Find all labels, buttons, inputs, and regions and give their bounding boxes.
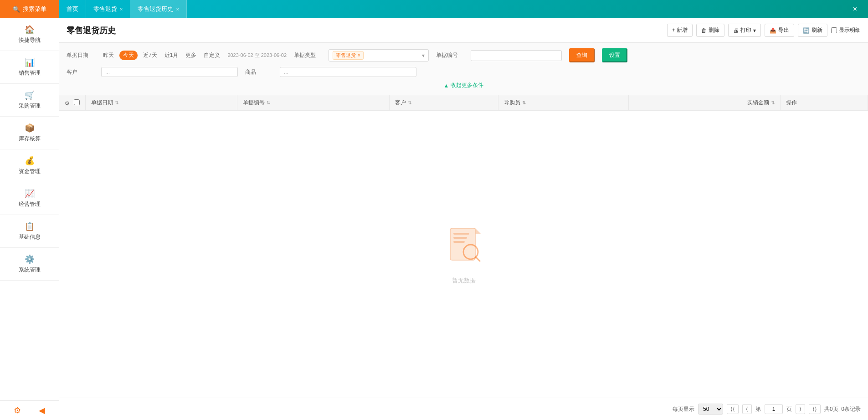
search-icon: 🔍	[13, 6, 20, 13]
setting-button[interactable]: 设置	[602, 48, 627, 62]
date-option-today[interactable]: 今天	[119, 51, 138, 60]
svg-line-6	[476, 257, 480, 261]
doc-type-tag-close[interactable]: ×	[358, 53, 360, 58]
print-label: 打印	[740, 26, 751, 34]
filter-area: 单据日期 昨天 今天 近7天 近1月 更多 自定义 2023-06-02 至 2…	[59, 43, 868, 95]
per-page-select[interactable]: 20 50 100	[698, 404, 723, 415]
refresh-icon: 🔄	[803, 27, 810, 34]
th-doc-number[interactable]: 单据编号 ⇅	[237, 95, 389, 111]
svg-marker-7	[475, 228, 481, 234]
tab-retail-return[interactable]: 零售退货 ×	[86, 0, 130, 18]
first-page-button[interactable]: ⟨⟨	[727, 404, 739, 414]
sales-icon: 📊	[25, 57, 35, 67]
refresh-button[interactable]: 🔄 刷新	[798, 24, 827, 37]
search-menu-bar[interactable]: 🔍 搜索菜单	[0, 0, 59, 18]
sidebar-item-finance[interactable]: 💰 资金管理	[0, 149, 59, 182]
show-detail-label: 显示明细	[839, 26, 861, 34]
tab-retail-return-close[interactable]: ×	[120, 6, 123, 12]
doc-type-select[interactable]: 零售退货 × ▾	[329, 49, 429, 61]
prev-page-button[interactable]: ⟨	[742, 404, 752, 414]
table-wrapper: ⚙ 单据日期 ⇅ 单据编号 ⇅	[59, 95, 868, 398]
th-amount[interactable]: 实销金额 ⇅	[628, 95, 780, 111]
tab-home[interactable]: 首页	[59, 0, 86, 18]
per-page-label: 每页显示	[673, 405, 694, 413]
sidebar-item-operations-label: 经营管理	[19, 200, 41, 208]
sort-amount-icon: ⇅	[771, 100, 775, 105]
sidebar: 🏠 快捷导航 📊 销售管理 🛒 采购管理 📦 库存核算 💰 资金管理 📈	[0, 18, 59, 420]
select-all-checkbox[interactable]	[74, 99, 80, 105]
th-checkbox: ⚙	[59, 95, 86, 111]
th-doc-date[interactable]: 单据日期 ⇅	[86, 95, 237, 111]
data-table: ⚙ 单据日期 ⇅ 单据编号 ⇅	[59, 95, 868, 111]
svg-rect-3	[453, 241, 465, 243]
sidebar-item-base-info[interactable]: 📋 基础信息	[0, 215, 59, 248]
sidebar-item-system[interactable]: ⚙️ 系统管理	[0, 248, 59, 281]
th-amount-label: 实销金额	[747, 99, 769, 107]
th-customer[interactable]: 客户 ⇅	[389, 95, 498, 111]
delete-button[interactable]: 🗑 删除	[696, 24, 724, 37]
content-area: 零售退货历史 + 新增 🗑 删除 🖨 打印 ▾ 📤 导出 🔄	[59, 18, 868, 420]
print-chevron-icon: ▾	[753, 27, 756, 34]
tab-retail-return-history[interactable]: 零售退货历史 ×	[130, 0, 186, 18]
th-actions-label: 操作	[786, 99, 797, 106]
date-option-yesterday[interactable]: 昨天	[101, 51, 116, 60]
page-label-after: 页	[786, 405, 792, 413]
sidebar-item-sales[interactable]: 📊 销售管理	[0, 51, 59, 84]
date-option-custom[interactable]: 自定义	[202, 51, 222, 60]
pagination-total: 共0页, 0条记录	[824, 405, 861, 413]
purchase-icon: 🛒	[25, 90, 35, 100]
date-label: 单据日期	[67, 51, 94, 59]
sort-customer-icon: ⇅	[408, 100, 411, 105]
inventory-icon: 📦	[25, 123, 35, 133]
goods-select[interactable]: ...	[280, 67, 416, 77]
sidebar-item-quick-nav[interactable]: 🏠 快捷导航	[0, 18, 59, 51]
window-close-button[interactable]: ×	[849, 3, 861, 15]
sidebar-item-purchase[interactable]: 🛒 采购管理	[0, 84, 59, 117]
next-page-button[interactable]: ⟩	[796, 404, 805, 414]
filter-row-2: 客户 ... 商品 ...	[67, 67, 861, 77]
collapse-up-icon: ▲	[444, 82, 449, 89]
delete-icon: 🗑	[701, 27, 707, 34]
top-bar-right: ×	[849, 3, 868, 15]
query-button[interactable]: 查询	[569, 48, 595, 62]
show-detail-checkbox-label[interactable]: 显示明细	[831, 26, 861, 34]
date-range-display: 2023-06-02 至 2023-06-02	[227, 52, 287, 59]
customer-select[interactable]: ...	[101, 67, 238, 77]
doc-number-label: 单据编号	[436, 51, 463, 59]
sidebar-collapse-button[interactable]: ◀	[39, 405, 45, 415]
sidebar-item-inventory[interactable]: 📦 库存核算	[0, 117, 59, 149]
svg-rect-2	[453, 237, 467, 239]
page-title: 零售退货历史	[67, 25, 116, 36]
date-option-7days[interactable]: 近7天	[141, 51, 159, 60]
tab-retail-return-history-close[interactable]: ×	[176, 6, 179, 12]
print-button[interactable]: 🖨 打印 ▾	[728, 24, 761, 37]
add-button[interactable]: + 新增	[667, 24, 693, 37]
sidebar-item-finance-label: 资金管理	[19, 168, 41, 175]
show-detail-checkbox[interactable]	[831, 27, 837, 33]
header-actions: + 新增 🗑 删除 🖨 打印 ▾ 📤 导出 🔄 刷新	[667, 24, 861, 37]
tab-bar: 首页 零售退货 × 零售退货历史 ×	[59, 0, 849, 18]
date-option-1month[interactable]: 近1月	[163, 51, 180, 60]
collapse-button[interactable]: ▲ 收起更多条件	[67, 82, 861, 89]
th-guide-label: 导购员	[504, 99, 520, 107]
date-options: 昨天 今天 近7天 近1月 更多 自定义 2023-06-02 至 2023-0…	[101, 51, 287, 60]
page-label-before: 第	[755, 405, 761, 413]
empty-state: 暂无数据	[59, 111, 868, 398]
date-option-more[interactable]: 更多	[184, 51, 198, 60]
table-gear-icon[interactable]: ⚙	[65, 100, 70, 107]
goods-label: 商品	[245, 68, 272, 76]
export-button[interactable]: 📤 导出	[765, 24, 794, 37]
page-header: 零售退货历史 + 新增 🗑 删除 🖨 打印 ▾ 📤 导出 🔄	[59, 18, 868, 43]
sidebar-item-operations[interactable]: 📈 经营管理	[0, 182, 59, 215]
doc-number-input[interactable]	[471, 50, 562, 61]
system-icon: ⚙️	[25, 254, 35, 264]
base-info-icon: 📋	[25, 221, 35, 231]
print-icon: 🖨	[733, 27, 739, 34]
sort-guide-icon: ⇅	[522, 100, 526, 105]
page-input[interactable]	[765, 404, 783, 414]
export-icon: 📤	[770, 27, 776, 34]
last-page-button[interactable]: ⟩⟩	[809, 404, 821, 414]
th-guide[interactable]: 导购员 ⇅	[498, 95, 628, 111]
sidebar-settings-button[interactable]: ⚙	[14, 405, 21, 415]
sort-doc-date-icon: ⇅	[115, 100, 118, 105]
